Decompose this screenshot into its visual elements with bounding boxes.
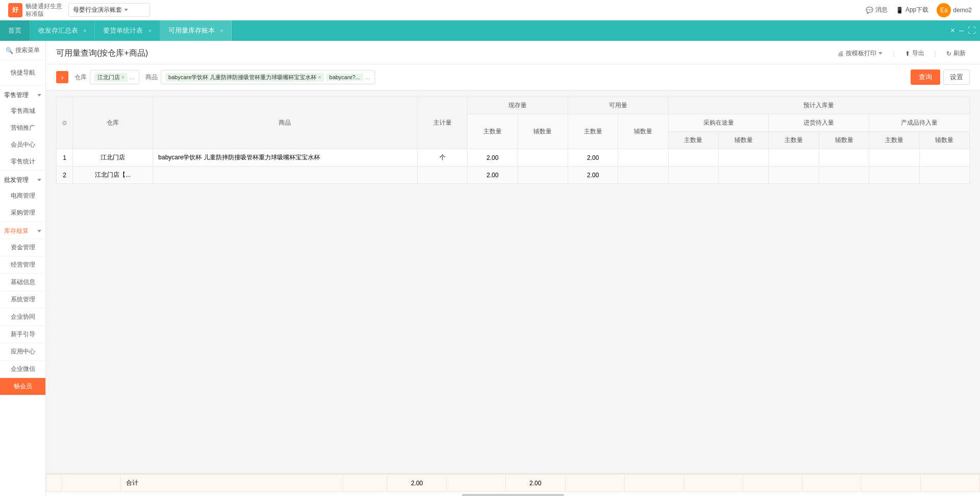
gear-icon[interactable]: ⚙ [62, 120, 67, 127]
tenant-select[interactable]: 母婴行业演示账套 [68, 3, 150, 17]
nav-max-btn[interactable]: ⛶ [968, 26, 976, 35]
nav-min-btn[interactable]: – [959, 26, 964, 35]
sidebar-group-retail: 零售管理 零售商城 营销推广 会员中心 零售统计 [0, 86, 45, 171]
row-avail-main-1: 2.00 [568, 167, 618, 184]
settings-btn[interactable]: 设置 [943, 69, 970, 85]
sidebar-group-finance: 资金管理 [0, 239, 45, 256]
sidebar-item-vip[interactable]: 畅会员 [0, 378, 45, 395]
row-product-aux-0 [919, 149, 969, 167]
export-btn[interactable]: ⬆ 导出 [901, 47, 928, 60]
search-icon: 🔍 [6, 47, 13, 54]
th-pending-main: 主数量 [769, 132, 819, 149]
receipt-tab-close[interactable]: × [83, 28, 86, 34]
th-purchase-main: 主数量 [668, 132, 718, 149]
message-btn[interactable]: 💬 消息 [866, 6, 888, 14]
th-available: 可用量 [568, 97, 668, 114]
th-current-stock: 现存量 [468, 97, 568, 114]
row-purchase-aux-0 [719, 149, 769, 167]
sidebar-item-purchase[interactable]: 采购管理 [0, 204, 45, 221]
tab-receipt[interactable]: 收发存汇总表 × [30, 20, 95, 41]
filter-expand-btn[interactable]: › [56, 71, 68, 83]
row-warehouse-1: 江北门店【... [73, 167, 153, 184]
sidebar-group-inventory-title[interactable]: 库存核算 [0, 222, 45, 239]
data-table: ⚙ 仓库 商品 主计量 现存量 可用量 预计入库量 主数量 辅数量 主数量 辅数… [56, 97, 970, 184]
tab-order-stats[interactable]: 要货单统计表 × [95, 20, 160, 41]
sidebar-item-app-center[interactable]: 应用中心 [0, 343, 45, 360]
sidebar-item-enterprise-wechat[interactable]: 企业微信 [0, 361, 45, 377]
th-pending-aux: 辅数量 [819, 132, 869, 149]
th-main-unit: 主计量 [417, 97, 467, 149]
nav-close-btn[interactable]: × [950, 26, 955, 35]
row-pendingin-main-0 [769, 149, 819, 167]
sidebar-item-enterprise[interactable]: 企业协同 [0, 309, 45, 325]
sidebar-group-retail-title[interactable]: 零售管理 [0, 86, 45, 103]
tab-available-stock[interactable]: 可用量库存账本 × [160, 20, 232, 41]
page-title: 可用量查询(按仓库+商品) [56, 48, 148, 59]
nav-tabs: 首页 收发存汇总表 × 要货单统计表 × 可用量库存账本 × × – ⛶ [0, 20, 980, 41]
row-pendingin-main-1 [769, 167, 819, 184]
row-current-main-1: 2.00 [468, 167, 518, 184]
refresh-btn[interactable]: ↻ 刷新 [942, 47, 970, 60]
sidebar-item-operations[interactable]: 经营管理 [0, 256, 45, 273]
sidebar-group-basic: 基础信息 [0, 274, 45, 291]
row-purchase-main-0 [668, 149, 718, 167]
search-menu-btn[interactable]: 🔍 搜索菜单 [4, 46, 41, 55]
th-purchase-aux: 辅数量 [719, 132, 769, 149]
sidebar-item-ecommerce[interactable]: 电商管理 [0, 187, 45, 204]
row-num-1: 2 [57, 167, 73, 184]
row-num-0: 1 [57, 149, 73, 167]
query-btn[interactable]: 查询 [911, 69, 940, 85]
product-tag-1-close[interactable]: × [318, 75, 321, 80]
warehouse-more-icon[interactable]: ... [130, 74, 135, 81]
action-divider-1: | [893, 50, 894, 57]
product-input[interactable]: babycare学饮杯 儿童防摔防撞吸管杯重力球吸嘴杯宝宝水杯 × babyca… [161, 70, 375, 84]
summary-table: 合计 2.00 2.00 [46, 474, 980, 492]
sidebar-item-quick-nav[interactable]: 快捷导航 [0, 64, 45, 81]
table-footer: 合计 2.00 2.00 [46, 473, 980, 496]
product-filter: 商品 babycare学饮杯 儿童防摔防撞吸管杯重力球吸嘴杯宝宝水杯 × bab… [145, 70, 375, 84]
order-stats-tab-close[interactable]: × [148, 28, 151, 34]
warehouse-label: 仓库 [75, 73, 87, 82]
summary-available-aux [565, 475, 624, 492]
sidebar-group-wholesale-title[interactable]: 批发管理 [0, 171, 45, 187]
horizontal-scrollbar[interactable] [462, 494, 564, 496]
product-more-icon[interactable]: ... [365, 74, 371, 81]
page-actions: 🖨 按模板打印 | ⬆ 导出 | ↻ 刷新 [834, 47, 970, 60]
warehouse-input[interactable]: 江北门店 × ... [90, 70, 139, 84]
refresh-icon: ↻ [946, 50, 951, 57]
sidebar-item-basic-info[interactable]: 基础信息 [0, 274, 45, 291]
summary-label-cell: 合计 [121, 475, 343, 492]
row-pendingin-aux-1 [819, 167, 869, 184]
sidebar-quick-nav: 快捷导航 [0, 60, 45, 86]
tab-home[interactable]: 首页 [0, 20, 30, 41]
th-product-main: 主数量 [869, 132, 919, 149]
order-stats-tab-label: 要货单统计表 [103, 26, 143, 35]
sidebar-item-member-center[interactable]: 会员中心 [0, 136, 45, 153]
print-template-btn[interactable]: 🖨 按模板打印 [834, 47, 887, 60]
th-current-main: 主数量 [468, 114, 518, 149]
sidebar-item-sys-mgmt[interactable]: 系统管理 [0, 291, 45, 308]
summary-current-main: 2.00 [387, 475, 447, 492]
available-stock-tab-close[interactable]: × [220, 28, 223, 34]
sidebar-group-newguide: 新手引导 [0, 326, 45, 343]
sidebar-group-appcenter: 应用中心 [0, 343, 45, 361]
page-header: 可用量查询(按仓库+商品) 🖨 按模板打印 | ⬆ 导出 | ↻ 刷新 [46, 41, 980, 64]
sidebar-item-retail-promo[interactable]: 营销推广 [0, 120, 45, 136]
sidebar-item-retail-mall[interactable]: 零售商城 [0, 103, 45, 120]
available-stock-tab-label: 可用量库存账本 [168, 26, 215, 35]
quick-nav-label: 快捷导航 [11, 68, 35, 77]
sidebar-item-new-guide[interactable]: 新手引导 [0, 326, 45, 343]
sidebar-group-vip: 畅会员 [0, 378, 45, 395]
warehouse-tag-close[interactable]: × [121, 75, 125, 80]
user-avatar-btn[interactable]: Ea demo2 [937, 3, 972, 17]
sidebar-item-finance[interactable]: 资金管理 [0, 239, 45, 256]
row-product-main-0 [869, 149, 919, 167]
app-download-btn[interactable]: 📱 App下载 [896, 6, 928, 14]
sidebar-item-retail-stats[interactable]: 零售统计 [0, 153, 45, 170]
export-icon: ⬆ [905, 50, 910, 57]
warehouse-tag: 江北门店 × [94, 73, 128, 82]
top-bar-left: 好 畅捷通好生意 标准版 母婴行业演示账套 [8, 3, 150, 17]
print-icon: 🖨 [838, 50, 844, 57]
summary-p2 [683, 475, 743, 492]
row-avail-aux-1 [618, 167, 668, 184]
